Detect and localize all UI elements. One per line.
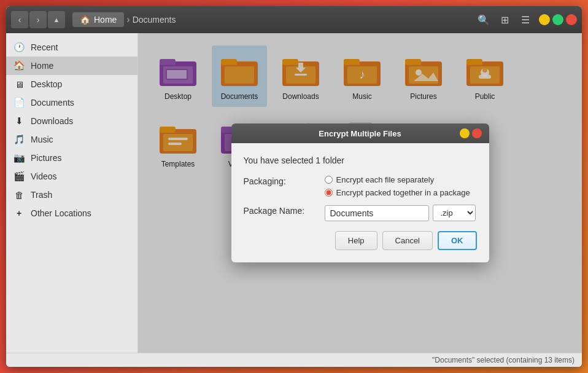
sidebar-label-home: Home	[31, 61, 53, 71]
help-button[interactable]: Help	[335, 231, 377, 250]
packaging-row: Packaging: Encrypt each file separately …	[244, 175, 477, 197]
sidebar-label-trash: Trash	[31, 190, 52, 200]
extension-select[interactable]: .zip .tar .tar.gz	[433, 205, 476, 221]
home-breadcrumb[interactable]: 🏠 Home	[72, 12, 124, 27]
menu-button[interactable]: ☰	[517, 11, 534, 28]
titlebar-actions: 🔍 ⊞ ☰	[475, 11, 534, 28]
sidebar-label-other: Other Locations	[31, 208, 91, 218]
encrypt-dialog: Encrypt Multiple Files You have selected…	[231, 124, 489, 262]
dialog-window-controls	[460, 128, 482, 138]
sidebar-item-downloads[interactable]: ⬇ Downloads	[6, 112, 137, 130]
ok-button[interactable]: OK	[438, 231, 477, 250]
dialog-overlay: Encrypt Multiple Files You have selected…	[138, 33, 582, 353]
forward-button[interactable]: ›	[29, 11, 47, 28]
pictures-icon: 📷	[14, 152, 25, 163]
radio-separate-option[interactable]: Encrypt each file separately	[325, 175, 470, 184]
trash-icon: 🗑	[14, 189, 25, 200]
sidebar-item-desktop[interactable]: 🖥 Desktop	[6, 75, 137, 93]
breadcrumb-separator: ›	[126, 14, 130, 25]
radio-separate[interactable]	[325, 176, 333, 184]
sidebar-label-recent: Recent	[31, 42, 58, 52]
dialog-close-button[interactable]	[472, 128, 482, 138]
fm-body: 🕐 Recent 🏠 Home 🖥 Desktop 📄 Documents ⬇ …	[6, 33, 582, 353]
search-button[interactable]: 🔍	[475, 11, 492, 28]
sidebar-item-videos[interactable]: 🎬 Videos	[6, 167, 137, 186]
videos-icon: 🎬	[14, 171, 25, 182]
desktop-icon: 🖥	[14, 79, 25, 90]
radio-together-option[interactable]: Encrypt packed together in a package	[325, 188, 470, 197]
main-content: Desktop Documents	[138, 33, 582, 353]
package-name-row: Package Name: .zip .tar .tar.gz	[244, 205, 477, 221]
radio-together[interactable]	[325, 189, 333, 197]
minimize-button[interactable]	[539, 14, 550, 25]
sidebar-label-music: Music	[31, 135, 53, 144]
sidebar-item-other-locations[interactable]: + Other Locations	[6, 204, 137, 222]
sidebar-label-videos: Videos	[31, 171, 57, 181]
status-text: "Documents" selected (containing 13 item…	[432, 356, 574, 364]
sidebar: 🕐 Recent 🏠 Home 🖥 Desktop 📄 Documents ⬇ …	[6, 33, 138, 353]
window-controls	[539, 14, 577, 25]
file-manager-window: ‹ › ▲ 🏠 Home › Documents 🔍 ⊞ ☰ 🕐	[6, 6, 582, 367]
radio-separate-label: Encrypt each file separately	[336, 175, 435, 184]
downloads-icon: ⬇	[14, 116, 25, 127]
titlebar: ‹ › ▲ 🏠 Home › Documents 🔍 ⊞ ☰	[6, 6, 582, 33]
statusbar: "Documents" selected (containing 13 item…	[6, 353, 582, 367]
recent-icon: 🕐	[14, 42, 25, 53]
dialog-buttons: Help Cancel OK	[244, 231, 477, 250]
dialog-body: You have selected 1 folder Packaging: En…	[231, 143, 489, 262]
package-name-label: Package Name:	[244, 205, 317, 216]
maximize-button[interactable]	[552, 14, 563, 25]
sidebar-label-pictures: Pictures	[31, 153, 62, 163]
sidebar-label-desktop: Desktop	[31, 79, 62, 89]
sidebar-label-documents: Documents	[31, 98, 74, 108]
packaging-options: Encrypt each file separately Encrypt pac…	[325, 175, 470, 197]
view-toggle-button[interactable]: ⊞	[496, 11, 513, 28]
add-icon: +	[14, 208, 25, 219]
sidebar-item-home[interactable]: 🏠 Home	[6, 57, 137, 75]
dialog-minimize-button[interactable]	[460, 128, 470, 138]
close-button[interactable]	[566, 14, 577, 25]
documents-icon: 📄	[14, 97, 25, 108]
breadcrumb-current: Documents	[133, 15, 176, 25]
package-name-input[interactable]	[325, 205, 429, 221]
music-icon: 🎵	[14, 134, 25, 145]
radio-together-label: Encrypt packed together in a package	[336, 188, 470, 197]
sidebar-item-pictures[interactable]: 📷 Pictures	[6, 149, 137, 167]
packaging-label: Packaging:	[244, 175, 317, 186]
breadcrumb: 🏠 Home › Documents	[72, 12, 468, 27]
dialog-info-text: You have selected 1 folder	[244, 155, 477, 165]
dialog-title: Encrypt Multiple Files	[261, 129, 460, 138]
back-button[interactable]: ‹	[11, 11, 28, 28]
cancel-button[interactable]: Cancel	[382, 231, 433, 250]
sidebar-item-music[interactable]: 🎵 Music	[6, 130, 137, 149]
up-button[interactable]: ▲	[48, 11, 65, 28]
home-icon: 🏠	[14, 60, 25, 71]
sidebar-item-documents[interactable]: 📄 Documents	[6, 93, 137, 112]
sidebar-label-downloads: Downloads	[31, 116, 73, 126]
nav-controls: ‹ › ▲	[11, 11, 65, 28]
sidebar-item-trash[interactable]: 🗑 Trash	[6, 186, 137, 204]
sidebar-item-recent[interactable]: 🕐 Recent	[6, 38, 137, 57]
home-label: Home	[94, 15, 117, 25]
dialog-titlebar: Encrypt Multiple Files	[231, 124, 489, 143]
